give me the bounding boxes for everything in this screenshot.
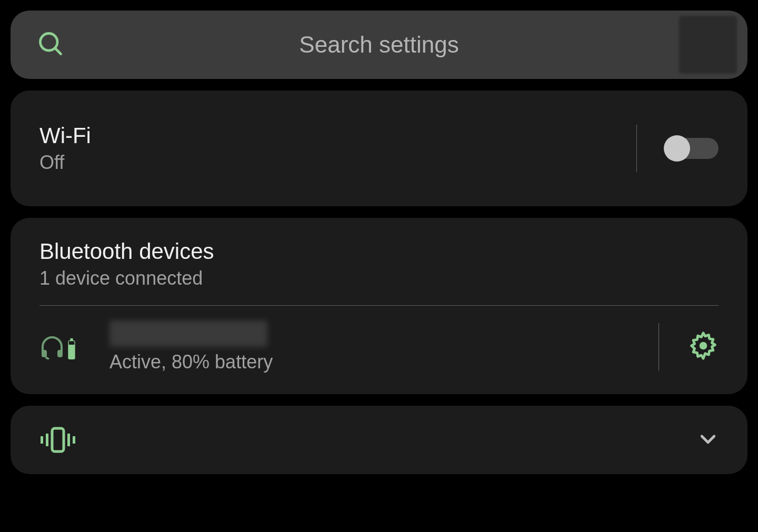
bluetooth-device-name xyxy=(109,320,267,347)
divider xyxy=(39,305,719,306)
wifi-text: Wi-Fi Off xyxy=(39,123,91,174)
bluetooth-device-row[interactable]: Active, 80% battery xyxy=(39,320,719,373)
vibrate-icon xyxy=(39,426,76,454)
wifi-status: Off xyxy=(39,152,91,174)
wifi-title: Wi-Fi xyxy=(39,123,91,148)
profile-avatar[interactable] xyxy=(679,16,737,74)
svg-rect-8 xyxy=(52,428,64,451)
svg-point-7 xyxy=(700,342,707,350)
headphones-icon xyxy=(39,334,75,359)
svg-rect-12 xyxy=(73,436,75,444)
wifi-toggle[interactable] xyxy=(666,138,719,159)
battery-icon xyxy=(68,338,75,359)
bluetooth-device-status: Active, 80% battery xyxy=(109,351,637,373)
svg-rect-6 xyxy=(69,341,75,345)
svg-rect-3 xyxy=(57,350,63,357)
svg-rect-11 xyxy=(67,434,70,446)
divider xyxy=(659,323,659,370)
toggle-thumb xyxy=(664,135,690,162)
svg-rect-10 xyxy=(41,436,43,444)
search-icon xyxy=(37,30,64,59)
sound-row[interactable] xyxy=(11,406,747,474)
svg-rect-2 xyxy=(42,350,47,357)
svg-rect-5 xyxy=(70,338,73,340)
wifi-row[interactable]: Wi-Fi Off xyxy=(11,91,747,206)
search-bar[interactable]: Search settings xyxy=(11,11,747,79)
bluetooth-section[interactable]: Bluetooth devices 1 device connected xyxy=(11,218,747,394)
svg-rect-9 xyxy=(46,434,48,446)
bluetooth-subtitle: 1 device connected xyxy=(39,267,719,289)
svg-line-1 xyxy=(55,48,61,54)
divider xyxy=(636,125,637,172)
bluetooth-header: Bluetooth devices 1 device connected xyxy=(39,239,719,305)
search-placeholder: Search settings xyxy=(299,32,458,58)
chevron-down-icon[interactable] xyxy=(697,428,719,451)
bluetooth-title: Bluetooth devices xyxy=(39,239,719,264)
gear-icon[interactable] xyxy=(688,330,719,363)
